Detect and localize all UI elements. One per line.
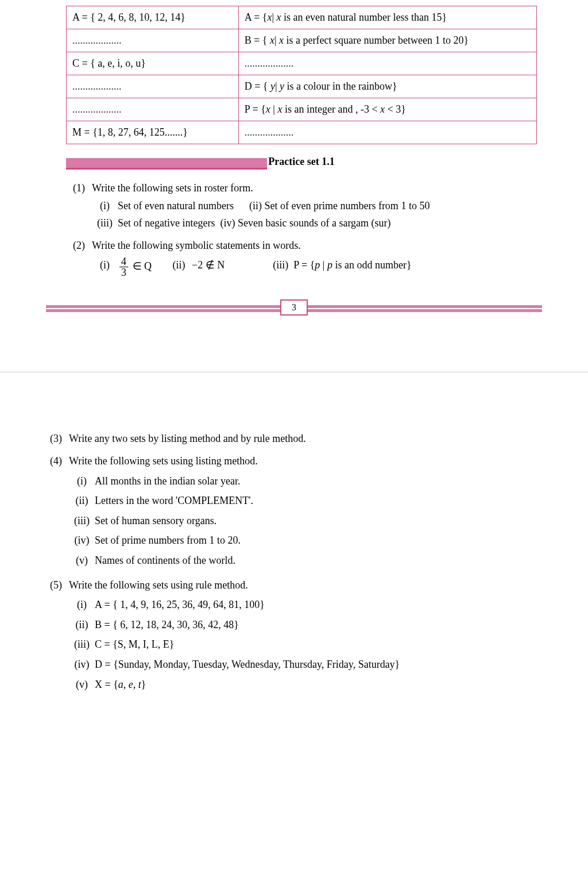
question-number: (1) xyxy=(66,179,92,232)
question-3: (3) Write any two sets by listing method… xyxy=(43,430,548,448)
page-divider: 3 xyxy=(0,297,588,320)
table-row: ................... B = { x| x is a perf… xyxy=(67,29,537,52)
sub-ii: (ii) −2 ∉ N xyxy=(166,256,225,278)
sub-iii: (iii) P = {p | p is an odd number} xyxy=(268,256,411,278)
sub-text: Set of negative integers (iv) Seven basi… xyxy=(118,214,537,232)
table-row: ................... D = { y| y is a colo… xyxy=(67,75,537,98)
cell-blank: ................... xyxy=(238,52,536,75)
question-5: (5) Write the following sets using rule … xyxy=(43,576,548,696)
cell-M-roster: M = {1, 8, 27, 64, 125.......} xyxy=(67,121,239,144)
sub-num: (i) xyxy=(92,197,118,215)
set-definition-table: A = { 2, 4, 6, 8, 10, 12, 14} A = {x| x … xyxy=(66,6,537,144)
question-number: (4) xyxy=(43,452,69,572)
question-number: (3) xyxy=(43,430,69,448)
cell-B-rule: B = { x| x is a perfect square number be… xyxy=(238,29,536,52)
question-text: Write the following symbolic statements … xyxy=(92,237,537,255)
table-row: A = { 2, 4, 6, 8, 10, 12, 14} A = {x| x … xyxy=(67,6,537,29)
cell-P-rule: P = {x | x is an integer and , -3 < x < … xyxy=(238,98,536,121)
cell-blank: ................... xyxy=(67,75,239,98)
question-1: (1) Write the following sets in roster f… xyxy=(66,179,537,232)
sub-num: (iii) xyxy=(92,214,118,232)
table-row: ................... P = {x | x is an int… xyxy=(67,98,537,121)
sub-text: Set of even natural numbers (ii) Set of … xyxy=(118,197,537,215)
practice-title: Practice set 1.1 xyxy=(268,156,334,167)
practice-set-header: Practice set 1.1 xyxy=(66,156,537,168)
sub-i: (i) 43 ∈ Q xyxy=(92,256,152,278)
cell-blank: ................... xyxy=(67,29,239,52)
question-text: Write any two sets by listing method and… xyxy=(69,430,548,448)
cell-D-rule: D = { y| y is a colour in the rainbow} xyxy=(238,75,536,98)
cell-blank: ................... xyxy=(67,98,239,121)
question-text: Write the following sets using rule meth… xyxy=(69,576,548,594)
question-text: Write the following sets in roster form. xyxy=(92,179,537,197)
cell-C-roster: C = { a, e, i, o, u} xyxy=(67,52,239,75)
page-break-line xyxy=(0,372,588,372)
table-row: C = { a, e, i, o, u} ................... xyxy=(67,52,537,75)
cell-blank: ................... xyxy=(238,121,536,144)
question-number: (2) xyxy=(66,237,92,280)
question-text: Write the following sets using listing m… xyxy=(69,452,548,470)
cell-A-roster: A = { 2, 4, 6, 8, 10, 12, 14} xyxy=(67,6,239,29)
header-bar-decoration xyxy=(66,158,267,170)
question-number: (5) xyxy=(43,576,69,696)
table-row: M = {1, 8, 27, 64, 125.......} .........… xyxy=(67,121,537,144)
page-number: 3 xyxy=(280,299,308,316)
cell-A-rule: A = {x| x is an even natural number less… xyxy=(238,6,536,29)
question-4: (4) Write the following sets using listi… xyxy=(43,452,548,572)
question-2: (2) Write the following symbolic stateme… xyxy=(66,237,537,280)
